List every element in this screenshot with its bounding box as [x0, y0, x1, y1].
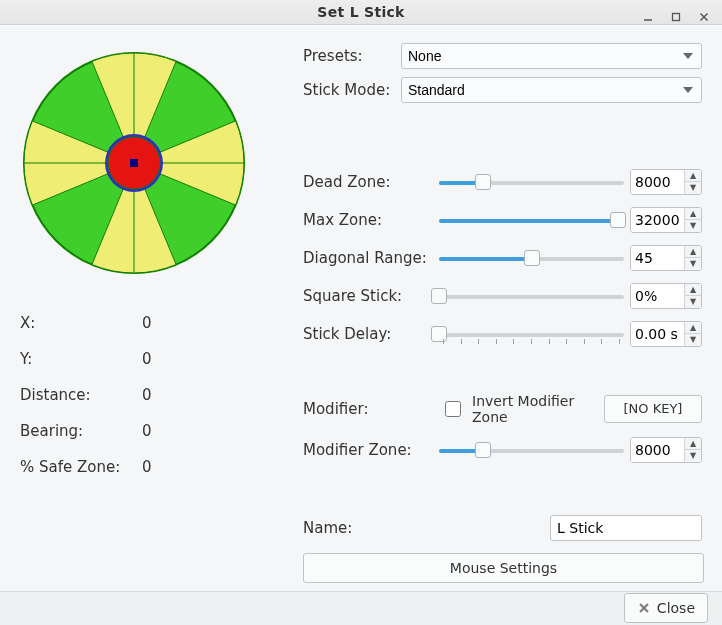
stick-visualizer — [20, 49, 248, 280]
modifier-zone-row: Modifier Zone: ▲▼ — [303, 437, 702, 463]
stick-visualizer-svg — [20, 49, 248, 277]
stick-delay-slider[interactable] — [439, 324, 624, 344]
square-stick-value[interactable] — [631, 284, 684, 308]
modifier-key-label: [NO KEY] — [624, 401, 683, 416]
square-stick-spin[interactable]: ▲▼ — [630, 283, 702, 309]
mouse-settings-label: Mouse Settings — [450, 560, 557, 576]
presets-select[interactable]: None — [401, 43, 702, 69]
dead-zone-value[interactable] — [631, 170, 684, 194]
square-stick-slider[interactable] — [439, 286, 624, 306]
invert-modifier-checkbox[interactable] — [445, 401, 461, 417]
readout-distance-value: 0 — [142, 386, 202, 404]
window-buttons — [634, 4, 718, 30]
spin-down-icon[interactable]: ▼ — [685, 258, 701, 270]
close-button[interactable]: Close — [624, 593, 708, 623]
square-stick-row: Square Stick: ▲▼ — [303, 283, 702, 309]
max-zone-label: Max Zone: — [303, 211, 433, 229]
stick-mode-select[interactable]: Standard — [401, 77, 702, 103]
dead-zone-slider[interactable] — [439, 172, 624, 192]
spin-down-icon[interactable]: ▼ — [685, 220, 701, 232]
svg-rect-1 — [673, 14, 680, 21]
readout-distance-label: Distance: — [20, 386, 142, 404]
close-window-button[interactable] — [690, 4, 718, 30]
modifier-label: Modifier: — [303, 400, 433, 418]
spin-up-icon[interactable]: ▲ — [685, 246, 701, 259]
modifier-key-button[interactable]: [NO KEY] — [604, 395, 702, 423]
svg-rect-9 — [130, 159, 138, 167]
readout-safe-zone: % Safe Zone: 0 — [20, 458, 285, 476]
readout-safe-zone-label: % Safe Zone: — [20, 458, 142, 476]
stick-delay-value[interactable] — [631, 322, 684, 346]
square-stick-label: Square Stick: — [303, 287, 433, 305]
presets-label: Presets: — [303, 47, 401, 65]
name-label: Name: — [303, 519, 433, 537]
maximize-button[interactable] — [662, 4, 690, 30]
window-title: Set L Stick — [0, 4, 722, 20]
spin-up-icon[interactable]: ▲ — [685, 322, 701, 335]
mouse-settings-button[interactable]: Mouse Settings — [303, 553, 704, 583]
stick-delay-spin[interactable]: ▲▼ — [630, 321, 702, 347]
dead-zone-row: Dead Zone: ▲▼ — [303, 169, 702, 195]
max-zone-slider[interactable] — [439, 210, 624, 230]
spin-up-icon[interactable]: ▲ — [685, 170, 701, 183]
modifier-zone-value[interactable] — [631, 438, 684, 462]
readout-x: X: 0 — [20, 314, 285, 332]
readout-distance: Distance: 0 — [20, 386, 285, 404]
footer: Close — [0, 591, 722, 625]
dead-zone-label: Dead Zone: — [303, 173, 433, 191]
max-zone-value[interactable] — [631, 208, 684, 232]
diagonal-range-spin[interactable]: ▲▼ — [630, 245, 702, 271]
invert-modifier-label: Invert Modifier Zone — [472, 393, 596, 425]
dead-zone-spin[interactable]: ▲▼ — [630, 169, 702, 195]
readout-bearing: Bearing: 0 — [20, 422, 285, 440]
spin-down-icon[interactable]: ▼ — [685, 334, 701, 346]
diagonal-range-slider[interactable] — [439, 248, 624, 268]
modifier-zone-label: Modifier Zone: — [303, 441, 433, 459]
dialog-window: Set L Stick — [0, 0, 722, 625]
diagonal-range-value[interactable] — [631, 246, 684, 270]
readout-bearing-label: Bearing: — [20, 422, 142, 440]
readout-x-value: 0 — [142, 314, 202, 332]
spin-up-icon[interactable]: ▲ — [685, 438, 701, 451]
name-input[interactable] — [550, 515, 702, 541]
max-zone-spin[interactable]: ▲▼ — [630, 207, 702, 233]
readout-y-value: 0 — [142, 350, 202, 368]
stick-mode-row: Stick Mode: Standard — [303, 77, 702, 103]
spin-down-icon[interactable]: ▼ — [685, 182, 701, 194]
spin-up-icon[interactable]: ▲ — [685, 284, 701, 297]
readout-y: Y: 0 — [20, 350, 285, 368]
readouts: X: 0 Y: 0 Distance: 0 Bearing: 0 % Safe … — [20, 314, 285, 494]
content-area: X: 0 Y: 0 Distance: 0 Bearing: 0 % Safe … — [0, 25, 722, 591]
name-row: Name: — [303, 515, 702, 541]
minimize-button[interactable] — [634, 4, 662, 30]
modifier-row: Modifier: Invert Modifier Zone [NO KEY] — [303, 393, 702, 425]
max-zone-row: Max Zone: ▲▼ — [303, 207, 702, 233]
right-column: Presets: None Stick Mode: Standard Dead … — [303, 43, 702, 583]
stick-mode-label: Stick Mode: — [303, 81, 401, 99]
spin-down-icon[interactable]: ▼ — [685, 296, 701, 308]
readout-bearing-value: 0 — [142, 422, 202, 440]
close-icon — [637, 601, 651, 615]
modifier-zone-slider[interactable] — [439, 440, 624, 460]
readout-x-label: X: — [20, 314, 142, 332]
diagonal-range-label: Diagonal Range: — [303, 249, 433, 267]
diagonal-range-row: Diagonal Range: ▲▼ — [303, 245, 702, 271]
spin-down-icon[interactable]: ▼ — [685, 450, 701, 462]
readout-y-label: Y: — [20, 350, 142, 368]
presets-row: Presets: None — [303, 43, 702, 69]
stick-delay-label: Stick Delay: — [303, 325, 433, 343]
stick-delay-row: Stick Delay: ▲▼ — [303, 321, 702, 347]
modifier-zone-spin[interactable]: ▲▼ — [630, 437, 702, 463]
close-button-label: Close — [657, 600, 695, 616]
spin-up-icon[interactable]: ▲ — [685, 208, 701, 221]
readout-safe-zone-value: 0 — [142, 458, 202, 476]
titlebar: Set L Stick — [0, 0, 722, 25]
left-column: X: 0 Y: 0 Distance: 0 Bearing: 0 % Safe … — [20, 43, 285, 583]
